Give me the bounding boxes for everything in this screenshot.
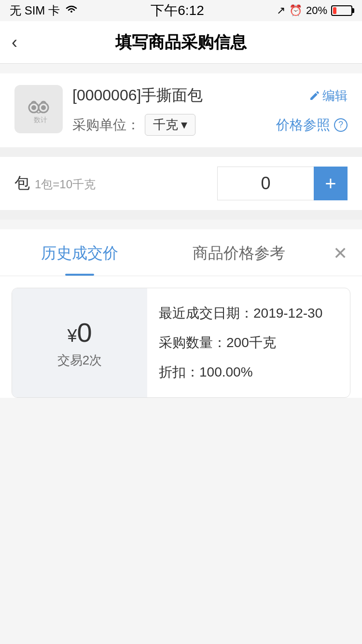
quantity-control: + (217, 167, 348, 200)
status-right: ↗ ⏰ 20% (277, 4, 352, 17)
status-left: 无 SIM 卡 (10, 3, 78, 18)
section-divider-2 (0, 210, 362, 220)
svg-point-3 (41, 105, 46, 110)
price-value: 0 (77, 317, 92, 348)
tabs-header: 历史成交价 商品价格参考 ✕ (0, 229, 362, 276)
page-title: 填写商品采购信息 (115, 31, 247, 54)
date-label: 最近成交日期： (159, 306, 253, 321)
edit-button[interactable]: 编辑 (309, 87, 348, 104)
svg-text:数计: 数计 (34, 116, 47, 124)
unit-label: 采购单位： 千克 ▾ (72, 114, 195, 136)
edit-icon (309, 90, 320, 101)
product-image: 数计 (14, 85, 63, 133)
unit-select[interactable]: 千克 ▾ (145, 114, 195, 136)
trades-count: 交易2次 (57, 352, 102, 369)
quantity-unit: 包 (14, 173, 30, 194)
discount-value: 100.00% (199, 364, 253, 379)
edit-label: 编辑 (322, 87, 348, 104)
chevron-down-icon: ▾ (181, 117, 187, 132)
nav-bar: ‹ 填写商品采购信息 (0, 21, 362, 64)
last-trade-date-row: 最近成交日期：2019-12-30 (159, 303, 338, 324)
price-card-right: 最近成交日期：2019-12-30 采购数量：200千克 折扣：100.00% (147, 288, 350, 397)
carrier-text: 无 SIM 卡 (10, 3, 60, 18)
currency-symbol: ¥ (67, 326, 77, 346)
product-card: 数计 [0000006]手撕面包 编辑 采购单位： 千克 ▾ 价格参照 (0, 73, 362, 147)
quantity-label: 包 1包=10千克 (14, 173, 96, 194)
section-divider (0, 147, 362, 157)
purchase-quantity-row: 采购数量：200千克 (159, 332, 338, 354)
discount-row: 折扣：100.00% (159, 362, 338, 383)
tab-close-button[interactable]: ✕ (319, 230, 362, 275)
product-name-row: [0000006]手撕面包 编辑 (72, 85, 348, 106)
status-bar: 无 SIM 卡 下午6:12 ↗ ⏰ 20% (0, 0, 362, 21)
battery-icon (331, 5, 352, 16)
price-card-left: ¥0 交易2次 (12, 288, 147, 397)
quantity-hint: 1包=10千克 (35, 177, 96, 192)
tab-history-price[interactable]: 历史成交价 (0, 229, 159, 276)
tabs-panel: 历史成交价 商品价格参考 ✕ ¥0 交易2次 最近成交日期：2019-12-30… (0, 229, 362, 398)
battery-percent: 20% (306, 4, 327, 17)
price-card: ¥0 交易2次 最近成交日期：2019-12-30 采购数量：200千克 折扣：… (12, 288, 350, 398)
date-value: 2019-12-30 (253, 306, 322, 321)
help-icon: ? (334, 118, 348, 132)
price-ref-label: 价格参照 (276, 116, 330, 134)
back-button[interactable]: ‹ (12, 32, 17, 53)
product-full-name: [0000006]手撕面包 (72, 85, 203, 106)
svg-point-2 (31, 105, 36, 110)
quantity-input[interactable] (217, 167, 314, 200)
price-reference-button[interactable]: 价格参照 ? (276, 116, 348, 134)
product-logo-icon: 数计 (22, 92, 56, 126)
quantity-plus-button[interactable]: + (314, 167, 348, 200)
unit-value: 千克 (153, 116, 178, 133)
quantity-label-text: 采购数量： (159, 335, 226, 350)
product-info: [0000006]手撕面包 编辑 采购单位： 千克 ▾ 价格参照 ? (72, 85, 348, 136)
unit-row: 采购单位： 千克 ▾ 价格参照 ? (72, 114, 348, 136)
status-time: 下午6:12 (151, 1, 204, 20)
location-icon: ↗ (277, 4, 285, 17)
discount-label: 折扣： (159, 364, 199, 379)
wifi-icon (65, 4, 78, 17)
alarm-icon: ⏰ (289, 4, 302, 17)
tab-product-price-ref[interactable]: 商品价格参考 (159, 229, 319, 276)
quantity-value: 200千克 (226, 335, 276, 350)
quantity-row: 包 1包=10千克 + (0, 157, 362, 210)
price-display: ¥0 (67, 317, 92, 348)
